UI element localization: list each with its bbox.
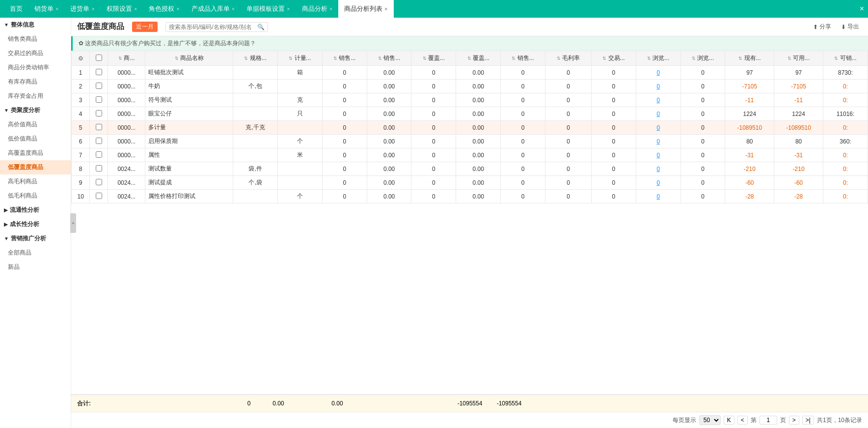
row-select-checkbox[interactable] bbox=[96, 165, 102, 171]
row-select-checkbox[interactable] bbox=[96, 83, 102, 89]
row-select-checkbox[interactable] bbox=[96, 124, 102, 130]
nav-close-icon[interactable]: × bbox=[55, 6, 58, 12]
sidebar-item-inventory-capital[interactable]: 库存资金占用 bbox=[0, 89, 71, 103]
close-all-tabs-button[interactable]: × bbox=[860, 4, 864, 13]
row-browse1[interactable]: 0 bbox=[636, 80, 680, 93]
nav-product-warehouse[interactable]: 产成品入库单 × bbox=[186, 0, 241, 18]
next-page-button[interactable]: > bbox=[789, 416, 799, 425]
sidebar-section-overall[interactable]: ▼ 整体信息 bbox=[0, 18, 71, 32]
row-checkbox[interactable] bbox=[90, 162, 108, 176]
sidebar-item-high-margin[interactable]: 高毛利商品 bbox=[0, 174, 71, 189]
row-checkbox[interactable] bbox=[90, 107, 108, 121]
sidebar-section-growth[interactable]: ▶ 成长性分析 bbox=[0, 217, 71, 231]
row-checkbox[interactable] bbox=[90, 135, 108, 148]
nav-permissions[interactable]: 权限设置 × bbox=[101, 0, 143, 18]
sidebar-section-flow[interactable]: ▶ 流通性分析 bbox=[0, 203, 71, 217]
nav-product-analysis-list[interactable]: 商品分析列表 × bbox=[338, 0, 393, 18]
row-sales3: 0 bbox=[501, 176, 545, 190]
nav-home[interactable]: 首页 bbox=[4, 0, 28, 18]
sales3-column-header[interactable]: ⇅ 销售... bbox=[501, 51, 545, 66]
sidebar-toggle-button[interactable]: « bbox=[70, 213, 76, 233]
row-select-checkbox[interactable] bbox=[96, 69, 102, 75]
nav-purchase-order[interactable]: 进货单 × bbox=[64, 0, 100, 18]
row-select-checkbox[interactable] bbox=[96, 110, 102, 116]
row-browse1[interactable]: 0 bbox=[636, 93, 680, 107]
row-checkbox[interactable] bbox=[90, 176, 108, 190]
settings-icon[interactable]: ⚙ bbox=[78, 55, 83, 62]
row-browse1[interactable]: 0 bbox=[636, 148, 680, 162]
row-checkbox[interactable] bbox=[90, 66, 108, 80]
gear-column-header[interactable]: ⚙ bbox=[72, 51, 90, 66]
last-page-button[interactable]: >| bbox=[802, 416, 814, 425]
sales2-column-header[interactable]: ⇅ 销售... bbox=[367, 51, 411, 66]
nav-close-icon[interactable]: × bbox=[176, 6, 179, 12]
row-checkbox[interactable] bbox=[90, 93, 108, 107]
nav-close-icon[interactable]: × bbox=[329, 6, 332, 12]
row-checkbox[interactable] bbox=[90, 80, 108, 93]
sidebar-item-low-coverage[interactable]: 低覆盖度商品 bbox=[0, 160, 71, 174]
export-button[interactable]: ⬇ 导出 bbox=[838, 22, 862, 32]
share-button[interactable]: ⬆ 分享 bbox=[810, 22, 834, 32]
unit-column-header[interactable]: ⇅ 计量... bbox=[278, 51, 323, 66]
row-checkbox[interactable] bbox=[90, 190, 108, 203]
nav-close-icon[interactable]: × bbox=[134, 6, 137, 12]
cover2-column-header[interactable]: ⇅ 覆盖... bbox=[456, 51, 501, 66]
row-browse1[interactable]: 0 bbox=[636, 162, 680, 176]
nav-close-icon[interactable]: × bbox=[232, 6, 235, 12]
sidebar-item-new-goods[interactable]: 新品 bbox=[0, 260, 71, 274]
browse2-column-header[interactable]: ⇅ 浏览... bbox=[680, 51, 725, 66]
sidebar-item-all-goods[interactable]: 全部商品 bbox=[0, 246, 71, 260]
search-icon[interactable]: 🔍 bbox=[257, 24, 265, 30]
browse1-column-header[interactable]: ⇅ 浏览... bbox=[636, 51, 680, 66]
row-browse1[interactable]: 0 bbox=[636, 66, 680, 80]
row-select-checkbox[interactable] bbox=[96, 179, 102, 185]
nav-close-icon[interactable]: × bbox=[287, 6, 290, 12]
name-column-header[interactable]: ⇅ 商品名称 bbox=[145, 51, 233, 66]
spec-column-header[interactable]: ⇅ 规格... bbox=[233, 51, 278, 66]
sidebar-item-category-rate[interactable]: 商品分类动销率 bbox=[0, 60, 71, 75]
sales1-column-header[interactable]: ⇅ 销售... bbox=[322, 51, 367, 66]
nav-doc-template[interactable]: 单据模板设置 × bbox=[241, 0, 296, 18]
sidebar-item-high-coverage[interactable]: 高覆盖度商品 bbox=[0, 146, 71, 160]
row-browse1[interactable]: 0 bbox=[636, 135, 680, 148]
grossrate-column-header[interactable]: ⇅ 毛利率 bbox=[545, 51, 591, 66]
checkbox-column-header[interactable] bbox=[90, 51, 108, 66]
row-browse1[interactable]: 0 bbox=[636, 190, 680, 203]
row-select-checkbox[interactable] bbox=[96, 96, 102, 103]
row-select-checkbox[interactable] bbox=[96, 138, 102, 144]
trade-column-header[interactable]: ⇅ 交易... bbox=[592, 51, 636, 66]
row-select-checkbox[interactable] bbox=[96, 193, 102, 199]
page-number-input[interactable] bbox=[760, 416, 777, 425]
nav-close-icon[interactable]: × bbox=[384, 6, 387, 12]
search-input[interactable] bbox=[169, 24, 257, 30]
prev-page-button[interactable]: < bbox=[737, 416, 748, 425]
nav-role-auth[interactable]: 角色授权 × bbox=[143, 0, 185, 18]
first-page-button[interactable]: K bbox=[724, 416, 734, 425]
nav-product-analysis[interactable]: 商品分析 × bbox=[296, 0, 338, 18]
table-row: 4 0000... 眼宝公仔 只 0 0.00 0 0.00 0 0 0 0 0… bbox=[72, 107, 868, 121]
row-browse1[interactable]: 0 bbox=[636, 176, 680, 190]
sidebar-section-cluster[interactable]: ▼ 类聚度分析 bbox=[0, 103, 71, 117]
time-filter-button[interactable]: 近一月 bbox=[132, 22, 158, 32]
row-checkbox[interactable] bbox=[90, 148, 108, 162]
row-browse1[interactable]: 0 bbox=[636, 121, 680, 135]
nav-close-icon[interactable]: × bbox=[91, 6, 94, 12]
sidebar-item-high-value[interactable]: 高价值商品 bbox=[0, 117, 71, 132]
select-all-checkbox[interactable] bbox=[96, 55, 102, 61]
row-checkbox[interactable] bbox=[90, 121, 108, 135]
sidebar-item-sales-goods[interactable]: 销售类商品 bbox=[0, 32, 71, 46]
nav-sales-order[interactable]: 销货单 × bbox=[28, 0, 64, 18]
sidebar-section-marketing[interactable]: ▼ 营销推广分析 bbox=[0, 231, 71, 246]
row-browse1[interactable]: 0 bbox=[636, 107, 680, 121]
cover1-column-header[interactable]: ⇅ 覆盖... bbox=[411, 51, 456, 66]
sidebar-item-traded-goods[interactable]: 交易过的商品 bbox=[0, 46, 71, 60]
per-page-select[interactable]: 50 bbox=[699, 415, 721, 425]
sidebar-item-low-value[interactable]: 低价值商品 bbox=[0, 132, 71, 146]
code-column-header[interactable]: ⇅ 商... bbox=[108, 51, 145, 66]
usable-column-header[interactable]: ⇅ 可用... bbox=[774, 51, 823, 66]
current-column-header[interactable]: ⇅ 现有... bbox=[725, 51, 774, 66]
sellable-column-header[interactable]: ⇅ 可销... bbox=[823, 51, 868, 66]
row-select-checkbox[interactable] bbox=[96, 151, 102, 158]
sidebar-item-low-margin[interactable]: 低毛利商品 bbox=[0, 189, 71, 203]
sidebar-item-in-stock[interactable]: 有库存商品 bbox=[0, 75, 71, 89]
